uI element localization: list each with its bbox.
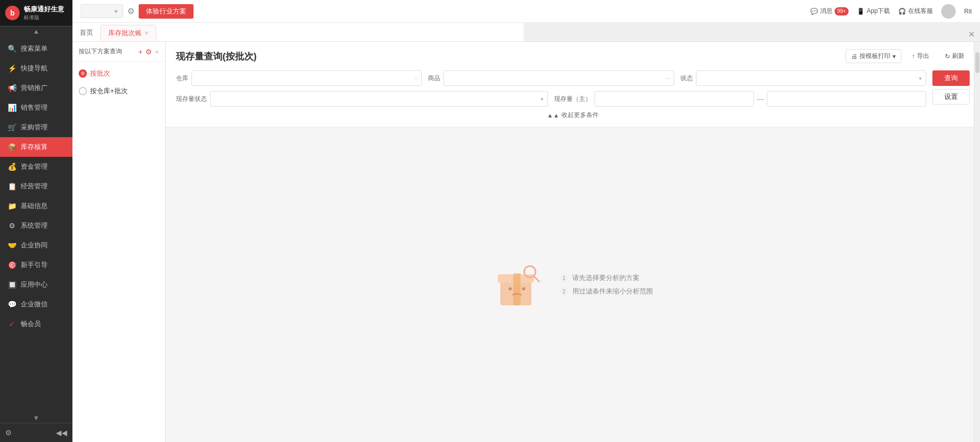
close-all-tabs-icon[interactable]: ✕: [968, 30, 975, 41]
avatar[interactable]: [941, 4, 956, 19]
refresh-icon: ↻: [945, 53, 950, 60]
sidebar-label-enterprise: 企业协同: [21, 241, 48, 250]
sidebar-item-inventory[interactable]: 📦 库存核算: [0, 137, 72, 157]
scheme-item-by-batch[interactable]: ⚙ 按批次: [72, 65, 165, 82]
settings-button[interactable]: 设置: [932, 89, 970, 105]
add-scheme-icon[interactable]: +: [138, 48, 142, 56]
basic-icon: 📁: [7, 201, 17, 211]
product-input-group[interactable]: ···: [443, 70, 674, 86]
filter-panel-header: 按以下方案查询 + ⚙ «: [72, 42, 165, 62]
sidebar-item-enterprise[interactable]: 🤝 企业协同: [0, 235, 72, 255]
empty-tip-2: 2 用过滤条件来缩小分析范围: [560, 287, 653, 296]
warehouse-more-icon[interactable]: ···: [413, 75, 418, 81]
tip-2-text: 用过滤条件来缩小分析范围: [572, 287, 653, 296]
page-title-row: 现存量查询(按批次) 🖨 按模板打印 ▾ ↑ 导出 ↻: [176, 49, 970, 63]
product-more-icon[interactable]: ···: [665, 75, 670, 81]
sidebar-scroll-up[interactable]: ▲: [0, 26, 72, 37]
tab-home[interactable]: 首页: [72, 25, 100, 41]
scheme-label-by-batch: 按批次: [90, 69, 110, 78]
print-btn-label: 按模板打印: [859, 52, 890, 61]
sidebar-label-wechat: 企业微信: [21, 300, 48, 309]
stock-qty-min-input[interactable]: [595, 91, 754, 107]
sidebar-label-operation: 经营管理: [21, 182, 48, 191]
right-scrollbar[interactable]: [974, 42, 980, 442]
newbie-icon: 🎯: [7, 260, 17, 270]
product-input[interactable]: [447, 75, 663, 82]
system-icon: ⚙: [7, 221, 17, 230]
product-filter: 商品 ···: [428, 70, 674, 86]
sidebar-item-purchase[interactable]: 🛒 采购管理: [0, 117, 72, 137]
svg-line-6: [534, 276, 539, 282]
phone-icon: 📱: [857, 8, 865, 15]
scheme-settings-icon[interactable]: ⚙: [145, 48, 152, 56]
sidebar-item-marketing[interactable]: 📢 营销推广: [0, 78, 72, 98]
warehouse-label: 仓库: [176, 74, 188, 83]
footer-settings-icon[interactable]: ⚙: [5, 429, 12, 437]
sidebar-label-inventory: 库存核算: [21, 142, 48, 152]
sidebar-item-system[interactable]: ⚙ 系统管理: [0, 216, 72, 235]
tab-close-icon[interactable]: ×: [145, 30, 149, 36]
empty-tip-1: 1 请先选择要分析的方案: [560, 273, 653, 283]
sidebar-item-newbie[interactable]: 🎯 新手引导: [0, 255, 72, 275]
sidebar-nav: 🔍 搜索菜单 ⚡ 快捷导航 📢 营销推广 📊 销售管理 🛒 采购管理 📦 库存核…: [0, 37, 72, 412]
page-title: 现存量查询(按批次): [176, 50, 257, 63]
filter-panel-icons: + ⚙ «: [138, 48, 159, 56]
messages-button[interactable]: 💬 消息 99+: [810, 7, 849, 16]
topbar-settings-icon[interactable]: ⚙: [127, 6, 135, 16]
warehouse-input[interactable]: [195, 75, 411, 82]
warehouse-input-group[interactable]: ···: [191, 70, 422, 86]
app-download-button[interactable]: 📱 App下载: [857, 7, 890, 16]
stock-status-label: 现存量状态: [176, 95, 207, 104]
empty-illustration: [493, 259, 544, 311]
quicknav-icon: ⚡: [7, 64, 17, 73]
scheme-label-by-warehouse-batch: 按仓库+批次: [90, 86, 128, 96]
panel-collapse-icon[interactable]: «: [155, 48, 159, 55]
stock-status-dropdown[interactable]: ▾: [210, 91, 548, 107]
sidebar-footer: ⚙ ◀◀: [0, 423, 72, 442]
tab-bar-right: ✕: [524, 23, 980, 41]
collapse-chevron-up: ▲▲: [547, 112, 559, 119]
scrollbar-thumb[interactable]: [975, 52, 979, 73]
tab-inventory-batch[interactable]: 库存批次账 ×: [100, 25, 156, 41]
collapse-conditions-link[interactable]: ▲▲ 收起更多条件: [176, 111, 970, 120]
print-chevron-icon: ▾: [893, 53, 896, 60]
app-logo: b: [5, 6, 20, 20]
headset-icon: 🎧: [898, 8, 906, 15]
sidebar-item-sales[interactable]: 📊 销售管理: [0, 98, 72, 117]
sidebar-item-finance[interactable]: 💰 资金管理: [0, 157, 72, 176]
sidebar-item-operation[interactable]: 📋 经营管理: [0, 176, 72, 196]
trial-button[interactable]: 体验行业方案: [139, 4, 194, 19]
export-label: 导出: [917, 52, 929, 61]
sales-icon: 📊: [7, 103, 17, 112]
export-button[interactable]: ↑ 导出: [907, 50, 934, 63]
online-service-button[interactable]: 🎧 在线客服: [898, 7, 933, 16]
print-button[interactable]: 🖨 按模板打印 ▾: [845, 49, 901, 63]
sidebar-label-member: 畅会员: [21, 319, 41, 329]
sidebar-item-basic[interactable]: 📁 基础信息: [0, 196, 72, 216]
sidebar-item-member[interactable]: ✓ 畅会员: [0, 314, 72, 334]
status-chevron: ▾: [919, 76, 922, 81]
scheme-item-by-warehouse-batch[interactable]: 按仓库+批次: [72, 82, 165, 100]
username-label[interactable]: Rit: [964, 8, 972, 15]
refresh-button[interactable]: ↻ 刷新: [940, 50, 970, 63]
online-service-label: 在线客服: [908, 7, 933, 16]
breadcrumb[interactable]: ▾: [81, 4, 123, 18]
appstore-icon: 🔲: [7, 280, 17, 289]
sidebar-scroll-down[interactable]: ▼: [0, 412, 72, 423]
sidebar-item-appstore[interactable]: 🔲 应用中心: [0, 275, 72, 294]
stock-qty-max-input[interactable]: [767, 91, 926, 107]
sidebar-item-wechat[interactable]: 💬 企业微信: [0, 294, 72, 314]
sidebar-item-search[interactable]: 🔍 搜索菜单: [0, 39, 72, 58]
tip-1-num: 1: [560, 274, 568, 282]
page-title-actions: 🖨 按模板打印 ▾ ↑ 导出 ↻ 刷新: [845, 49, 970, 63]
sidebar-item-quicknav[interactable]: ⚡ 快捷导航: [0, 58, 72, 78]
status-dropdown[interactable]: ▾: [696, 70, 926, 86]
empty-state: 1 请先选择要分析的方案 2 用过滤条件来缩小分析范围: [166, 127, 980, 442]
topbar-right: 💬 消息 99+ 📱 App下载 🎧 在线客服 Rit: [810, 4, 972, 19]
stock-qty-dash: —: [757, 95, 764, 103]
tip-2-num: 2: [560, 287, 568, 296]
app-download-label: App下载: [867, 7, 890, 16]
operation-icon: 📋: [7, 182, 17, 191]
query-button[interactable]: 查询: [932, 70, 970, 86]
footer-collapse-icon[interactable]: ◀◀: [56, 429, 67, 437]
